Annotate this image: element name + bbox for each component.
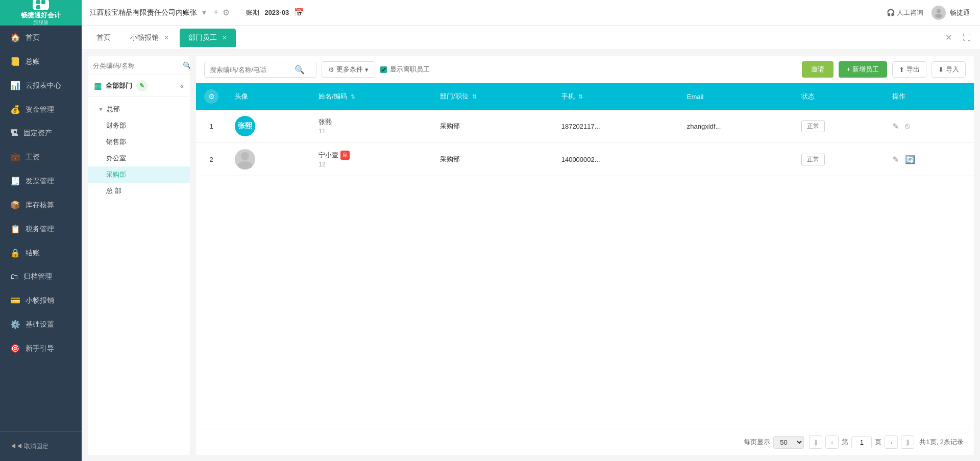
sidebar-item-funds[interactable]: 💰 资金管理 — [0, 98, 82, 122]
row2-delete-icon[interactable]: 🔄 — [905, 155, 915, 164]
sidebar-label-ledger: 总账 — [26, 57, 40, 66]
last-page-btn[interactable]: ⟫ — [901, 435, 914, 449]
row1-phone: 187202117... — [553, 110, 679, 143]
th-name-code[interactable]: 姓名/编码 ⇅ — [310, 83, 432, 110]
page-number-input[interactable] — [851, 436, 872, 448]
dept-item-zongbu[interactable]: ▼ 总部 — [88, 101, 190, 117]
row1-name: 张熙 — [318, 117, 424, 127]
first-page-btn[interactable]: ⟪ — [809, 435, 822, 449]
sidebar-item-home[interactable]: 🏠 首页 — [0, 26, 82, 50]
page-size-label: 每页显示 — [744, 438, 770, 447]
dept-xiaoshou-label: 销售部 — [106, 137, 126, 147]
name-sort-icon[interactable]: ⇅ — [351, 93, 355, 100]
employee-search-input[interactable] — [210, 66, 291, 74]
tab-expand-btn[interactable]: ⛶ — [960, 31, 974, 45]
invite-button[interactable]: 邀请 — [802, 61, 834, 78]
sidebar-item-expense[interactable]: 💳 小畅报销 — [0, 288, 82, 312]
sidebar-item-invoice[interactable]: 🧾 发票管理 — [0, 169, 82, 193]
row2-dept: 采购部 — [432, 143, 553, 176]
dept-item-caiwu[interactable]: 财务部 — [88, 117, 190, 134]
row1-edit-icon[interactable]: ✎ — [892, 122, 899, 131]
phone-sort-icon[interactable]: ⇅ — [578, 93, 583, 100]
sidebar-label-assets: 固定资产 — [23, 129, 52, 138]
sidebar-item-assets[interactable]: 🏗 固定资产 — [0, 122, 82, 145]
svg-rect-0 — [36, 0, 40, 4]
user-area[interactable]: 畅捷通 — [932, 6, 970, 20]
header-period: 账期 2023-03 📅 — [246, 8, 304, 17]
add-employee-button[interactable]: + 新增员工 — [839, 61, 887, 78]
dept-search-icon[interactable]: 🔍 — [183, 61, 190, 69]
row1-status: 正常 — [793, 110, 884, 143]
dept-search-input[interactable] — [93, 62, 179, 69]
inventory-icon: 📦 — [10, 200, 20, 210]
filter-button[interactable]: ⚙ 更多条件 ▾ — [322, 61, 375, 78]
sidebar-item-tax[interactable]: 📋 税务管理 — [0, 217, 82, 241]
tab-expense-close[interactable]: ✕ — [164, 34, 169, 41]
dept-item-caigou[interactable]: 采购部 — [88, 166, 190, 183]
show-resigned-text: 显示离职员工 — [390, 65, 430, 74]
dept-caigou-label: 采购部 — [106, 170, 126, 179]
sidebar-item-reports[interactable]: 📊 云报表中心 — [0, 74, 82, 98]
page-size-dropdown[interactable]: 20 50 100 — [773, 436, 804, 449]
row2-email — [679, 143, 794, 176]
sidebar-label-closing: 结账 — [26, 249, 40, 258]
company-name: 江西服宝精品有限责任公司内账张 — [90, 8, 197, 17]
table-body: 1 张熙 张熙 11 — [196, 110, 974, 176]
row2-index: 2 — [196, 143, 227, 176]
import-button[interactable]: ⬇ 导入 — [932, 61, 966, 78]
page-content: 🔍 ▦ 全部部门 ✎ « ▼ 总部 财务部 — [82, 50, 980, 461]
service-button[interactable]: 🎧 人工咨询 — [887, 8, 923, 17]
table-settings-icon[interactable]: ⚙ — [204, 89, 218, 104]
all-dept-label[interactable]: 全部部门 — [106, 81, 132, 90]
dept-item-bangong[interactable]: 办公室 — [88, 150, 190, 166]
prev-page-btn[interactable]: ‹ — [825, 435, 839, 449]
dept-item-zong[interactable]: 总 部 — [88, 183, 190, 199]
sidebar-item-payroll[interactable]: 💼 工资 — [0, 145, 82, 169]
sidebar-item-guide[interactable]: 🎯 新手引导 — [0, 336, 82, 360]
unpin-button[interactable]: ◀◀ 取消固定 — [0, 437, 82, 456]
row2-phone: 140000002... — [553, 143, 679, 176]
tab-dept-close[interactable]: ✕ — [222, 34, 227, 41]
tab-expense[interactable]: 小畅报销 ✕ — [121, 29, 178, 47]
dept-item-xiaoshou[interactable]: 销售部 — [88, 134, 190, 150]
show-resigned-label[interactable]: 显示离职员工 — [380, 65, 430, 74]
sidebar-item-inventory[interactable]: 📦 库存核算 — [0, 193, 82, 217]
export-button[interactable]: ⬆ 导出 — [892, 61, 926, 78]
logo-area[interactable]: 畅捷通好会计 旗舰版 — [0, 0, 82, 26]
add-company-icon[interactable]: + — [213, 7, 219, 18]
dept-zongbu-label: 总部 — [107, 105, 120, 114]
th-phone[interactable]: 手机 ⇅ — [553, 83, 679, 110]
tab-dept-employee[interactable]: 部门员工 ✕ — [180, 29, 236, 47]
row2-edit-icon[interactable]: ✎ — [892, 155, 899, 164]
dept-edit-icon[interactable]: ✎ — [136, 80, 148, 91]
assets-icon: 🏗 — [10, 129, 18, 138]
row1-code: 11 — [318, 128, 424, 135]
tab-bar-actions: ✕ ⛶ — [941, 31, 974, 45]
next-page-btn[interactable]: › — [885, 435, 898, 449]
home-icon: 🏠 — [10, 33, 20, 42]
tax-icon: 📋 — [10, 224, 20, 234]
sidebar-item-archive[interactable]: 🗂 归档管理 — [0, 265, 82, 288]
sidebar-item-ledger[interactable]: 📒 总账 — [0, 50, 82, 74]
logo-text: 畅捷通好会计 — [21, 11, 61, 19]
row2-code: 12 — [318, 161, 424, 168]
calendar-icon[interactable]: 📅 — [294, 8, 304, 17]
settings-icon[interactable]: ⚙ — [223, 8, 230, 17]
page-nav: ⟪ ‹ 第 页 › ⟫ — [809, 435, 914, 449]
row2-avatar — [235, 149, 255, 169]
tab-home[interactable]: 首页 — [88, 29, 119, 47]
dept-collapse-icon[interactable]: « — [180, 82, 184, 90]
dept-sort-icon[interactable]: ⇅ — [472, 93, 477, 100]
th-dept-role[interactable]: 部门/职位 ⇅ — [432, 83, 553, 110]
company-dropdown-icon[interactable]: ▼ — [201, 9, 207, 16]
row1-logout-icon[interactable]: ⎋ — [905, 122, 910, 131]
sidebar-item-settings[interactable]: ⚙️ 基础设置 — [0, 312, 82, 336]
payroll-icon: 💼 — [10, 152, 20, 162]
show-resigned-checkbox[interactable] — [380, 66, 387, 73]
th-phone-label: 手机 — [561, 92, 575, 100]
tab-close-btn[interactable]: ✕ — [941, 31, 955, 45]
row1-email: zhangxidf... — [679, 110, 794, 143]
sidebar-item-closing[interactable]: 🔒 结账 — [0, 241, 82, 265]
unpin-label: ◀◀ 取消固定 — [10, 442, 48, 451]
employee-search-icon[interactable]: 🔍 — [295, 65, 305, 75]
